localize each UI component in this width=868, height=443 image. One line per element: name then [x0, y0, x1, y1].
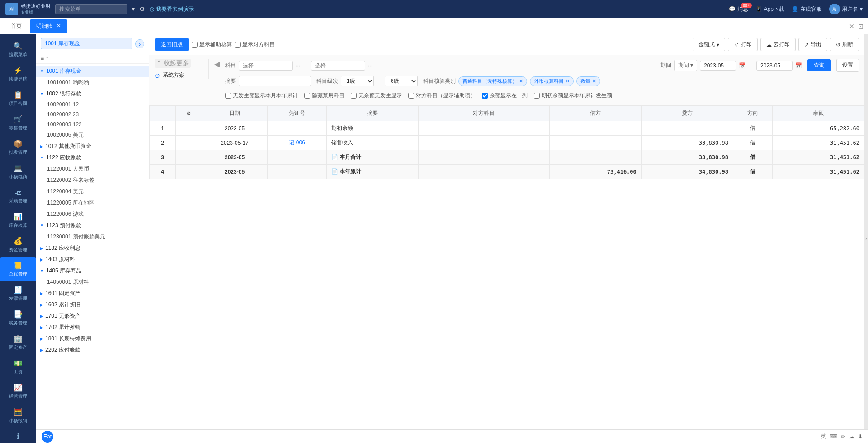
language-button[interactable]: 英 — [821, 433, 826, 440]
check-no-amount-input[interactable] — [225, 93, 231, 99]
th-gear[interactable]: ⚙ — [176, 106, 202, 121]
tree-item-10020003[interactable]: 10020003 122 — [36, 119, 149, 129]
filter-level-from-select[interactable]: 1级2级3级 — [341, 76, 374, 86]
nav-item-purchase[interactable]: 🛍 采购管理 — [0, 185, 36, 208]
check-opposite-subject[interactable]: 对方科目（显示辅助项） — [408, 92, 476, 100]
keyboard-button[interactable]: ⌨ — [830, 433, 837, 440]
download-button[interactable]: ⬇ — [858, 433, 863, 440]
edit-button[interactable]: ✏ — [841, 433, 845, 440]
tree-item-1801[interactable]: ▶ 1801 长期待摊费用 — [36, 333, 149, 344]
tree-list-icon[interactable]: ≡ — [41, 55, 44, 62]
filter-calendar-from[interactable]: 📅 — [739, 62, 745, 69]
filter-tag-quantity-close[interactable]: ✕ — [592, 78, 596, 84]
tab-ledger[interactable]: 明细账 ✕ — [30, 19, 67, 33]
tree-item-1002[interactable]: ▼ 1002 银行存款 — [36, 88, 149, 100]
tree-item-1702[interactable]: ▶ 1702 累计摊销 — [36, 322, 149, 333]
tree-item-1405[interactable]: ▼ 1405 库存商品 — [36, 265, 149, 276]
nav-item-accounting[interactable]: 📒 总账管理 — [0, 257, 36, 281]
export-button[interactable]: ↗ 导出 — [798, 38, 827, 51]
cloud-button[interactable]: ☁ — [849, 433, 854, 440]
back-old-version-button[interactable]: 返回旧版 — [155, 38, 189, 51]
tree-item-1602[interactable]: ▶ 1602 累计折旧 — [36, 299, 149, 310]
table-gear-icon[interactable]: ⚙ — [186, 110, 191, 117]
nav-item-operation[interactable]: 📈 经营管理 — [0, 380, 36, 403]
search-dropdown-icon[interactable]: ▾ — [132, 6, 135, 12]
period-type-dropdown[interactable]: 期间 ▾ — [674, 60, 697, 71]
amount-style-button[interactable]: 金额式 ▾ — [693, 38, 725, 51]
settings-icon[interactable]: ⚙ — [139, 5, 145, 13]
tab-close-icon[interactable]: ✕ — [57, 23, 61, 29]
tree-item-11220005[interactable]: 11220005 所在地区 — [36, 197, 149, 209]
tree-item-11220004[interactable]: 11220004 美元 — [36, 186, 149, 197]
tree-item-1122[interactable]: ▼ 1122 应收账款 — [36, 152, 149, 163]
search-input[interactable] — [55, 4, 127, 14]
check-opposite-subject-input[interactable] — [408, 93, 414, 99]
nav-item-retail[interactable]: 🛒 零售管理 — [0, 111, 36, 135]
user-menu[interactable]: 用 用户名 ▾ — [829, 4, 863, 14]
tree-item-14050001[interactable]: 14050001 原材料 — [36, 276, 149, 288]
app-download-button[interactable]: 📱 App下载 — [755, 5, 784, 13]
tree-item-2202[interactable]: ▶ 2202 应付账款 — [36, 344, 149, 356]
filter-period-from[interactable] — [700, 61, 736, 71]
tree-item-11220006[interactable]: 11220006 游戏 — [36, 209, 149, 220]
tree-item-11220001[interactable]: 11220001 人民币 — [36, 163, 149, 175]
nav-item-quick[interactable]: ⚡ 快捷导航 — [0, 62, 36, 86]
tree-item-1601[interactable]: ▶ 1601 固定资产 — [36, 288, 149, 299]
check-hide-disabled-input[interactable] — [304, 93, 310, 99]
nav-item-salary[interactable]: 💵 工资 — [0, 355, 36, 379]
show-opposite-checkbox[interactable] — [235, 42, 241, 48]
tree-item-11220002[interactable]: 11220002 往来标签 — [36, 175, 149, 186]
check-hide-disabled[interactable]: 隐藏禁用科目 — [304, 92, 344, 100]
nav-item-search[interactable]: 🔍 搜索菜单 — [0, 38, 36, 62]
nav-item-inventory[interactable]: 📊 库存核算 — [0, 209, 36, 232]
nav-item-basic[interactable]: ℹ 基础信息 — [0, 429, 36, 443]
filter-collapse-button[interactable]: ⌃ 收起更多 — [155, 59, 191, 68]
nav-item-project[interactable]: 📋 项目合同 — [0, 87, 36, 110]
filter-collapse-arrow[interactable]: ◀ — [214, 60, 220, 68]
filter-subject-input-2[interactable] — [311, 61, 365, 71]
tree-item-10020002[interactable]: 10020002 23 — [36, 110, 149, 119]
check-no-balance[interactable]: 无余额无发生显示 — [351, 92, 402, 100]
nav-item-invoice[interactable]: 🧾 发票管理 — [0, 282, 36, 305]
filter-level-to-select[interactable]: 6级1级2级 — [385, 76, 418, 86]
online-service-button[interactable]: 👤 在线客服 — [792, 5, 822, 13]
tree-item-10020006[interactable]: 10020006 美元 — [36, 129, 149, 141]
right-panel[interactable]: › — [864, 34, 868, 443]
voucher-link[interactable]: 记-006 — [289, 139, 305, 146]
account-nav-right-button[interactable]: › — [135, 39, 144, 48]
tree-expand-icon[interactable]: ↑ — [46, 55, 48, 62]
tree-item-11230001[interactable]: 11230001 预付账款美元 — [36, 231, 149, 243]
nav-item-wholesale[interactable]: 📦 批发管理 — [0, 136, 36, 159]
filter-calendar-to[interactable]: 📅 — [795, 62, 802, 69]
demo-link[interactable]: ◎ 我要看实例演示 — [150, 5, 194, 13]
tree-item-1132[interactable]: ▶ 1132 应收利息 — [36, 243, 149, 254]
filter-period-to[interactable] — [756, 61, 793, 71]
settings-button[interactable]: 设置 — [836, 59, 859, 72]
tree-item-10010001[interactable]: 10010001 哟哟哟 — [36, 77, 149, 88]
query-button[interactable]: 查询 — [807, 59, 831, 71]
tree-item-1123[interactable]: ▼ 1123 预付账款 — [36, 220, 149, 231]
check-no-balance-input[interactable] — [351, 93, 357, 99]
cloud-print-button[interactable]: ☁ 云打印 — [760, 38, 796, 51]
filter-subject-input[interactable] — [239, 61, 293, 71]
tree-item-10020001[interactable]: 10020001 12 — [36, 100, 149, 110]
filter-summary-input[interactable] — [239, 76, 311, 86]
filter-tag-ordinary-close[interactable]: ✕ — [519, 78, 523, 84]
nav-item-assets[interactable]: 🏢 固定资产 — [0, 331, 36, 354]
tree-item-1012[interactable]: ▶ 1012 其他货币资金 — [36, 141, 149, 152]
check-no-amount[interactable]: 无发生额显示本月本年累计 — [225, 92, 298, 100]
nav-item-sales[interactable]: 🧮 小畅报销 — [0, 404, 36, 428]
nav-item-ecommerce[interactable]: 💻 小畅电商 — [0, 160, 36, 184]
check-opening-balance[interactable]: 期初余额显示本年累计发生额 — [534, 92, 612, 100]
tree-item-1701[interactable]: ▶ 1701 无形资产 — [36, 310, 149, 322]
tree-item-1403[interactable]: ▶ 1403 原材料 — [36, 254, 149, 265]
tab-bar-close-icon[interactable]: ✕ — [849, 23, 854, 30]
tab-home[interactable]: 首页 — [5, 19, 28, 33]
check-balance-one-col-input[interactable] — [482, 93, 488, 99]
refresh-button[interactable]: ↺ 刷新 — [830, 38, 859, 51]
check-opening-balance-input[interactable] — [534, 93, 540, 99]
tree-item-1001[interactable]: ▼ 1001 库存现金 — [36, 66, 149, 77]
check-balance-one-col[interactable]: 余额显示在一列 — [482, 92, 528, 100]
filter-tag-foreign-close[interactable]: ✕ — [566, 78, 570, 84]
nav-item-tax[interactable]: 📑 税务管理 — [0, 306, 36, 330]
